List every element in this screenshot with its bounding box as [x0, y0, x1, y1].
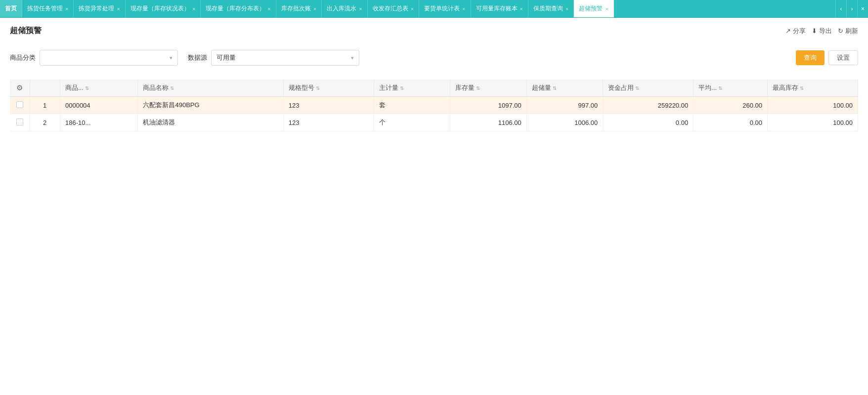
row-over: 1006.00: [526, 114, 603, 131]
nav-tab-label: 拣货异常处理: [79, 4, 114, 13]
nav-tab-tab-8[interactable]: 要货单统计表×: [419, 0, 471, 17]
refresh-icon: ↻: [838, 27, 843, 35]
nav-tab-close-icon[interactable]: ×: [117, 6, 120, 12]
nav-tab-close-icon[interactable]: ×: [565, 6, 568, 12]
row-index: 1: [30, 97, 60, 114]
row-capital: 259220.00: [603, 97, 694, 114]
page-header: 超储预警 ↗ 分享 ⬇ 导出 ↻ 刷新: [10, 26, 858, 36]
th-capital[interactable]: 资金占用⇅: [603, 79, 694, 97]
th-code[interactable]: 商品...⇅: [60, 79, 137, 97]
category-label: 商品分类: [10, 53, 36, 62]
th-unit[interactable]: 主计量⇅: [374, 79, 450, 97]
nav-tab-tab-4[interactable]: 现存量（库存分布表）×: [201, 0, 276, 17]
nav-tab-label: 出入库流水: [327, 4, 356, 13]
nav-tab-tab-2[interactable]: 拣货异常处理×: [74, 0, 125, 17]
share-icon: ↗: [785, 27, 791, 35]
nav-tab-close-icon[interactable]: ×: [192, 6, 195, 12]
row-checkbox[interactable]: [16, 118, 23, 125]
export-label: 导出: [819, 27, 832, 36]
category-select[interactable]: ▾: [40, 50, 178, 66]
nav-tab-label: 可用量库存账本: [476, 4, 518, 13]
sort-icon-name: ⇅: [170, 85, 174, 91]
sort-icon-capital: ⇅: [635, 85, 639, 91]
nav-tab-close-icon[interactable]: ×: [267, 6, 270, 12]
nav-next-arrow[interactable]: ›: [846, 0, 857, 18]
row-avg: 260.00: [694, 97, 768, 114]
th-max[interactable]: 最高库存⇅: [768, 79, 858, 97]
row-stock: 1097.00: [450, 97, 527, 114]
nav-tab-label: 超储预警: [579, 4, 603, 13]
row-checkbox[interactable]: [16, 101, 23, 108]
filter-datasource: 数据源 可用量 ▾: [188, 50, 359, 66]
datasource-select[interactable]: 可用量 ▾: [211, 50, 359, 66]
filter-category: 商品分类 ▾: [10, 50, 178, 66]
datasource-chevron-icon: ▾: [351, 55, 354, 61]
table-row: 2186-10...机油滤清器123个1106.001006.000.000.0…: [10, 114, 858, 131]
nav-tab-label: 保质期查询: [533, 4, 563, 13]
nav-tab-close-icon[interactable]: ×: [520, 6, 523, 12]
th-spec[interactable]: 规格型号⇅: [283, 79, 374, 97]
nav-tab-close-icon[interactable]: ×: [65, 6, 68, 12]
th-index: [30, 79, 60, 97]
row-checkbox-cell[interactable]: [10, 114, 30, 131]
table-header: ⚙ 商品...⇅ 商品名称⇅ 规格型号⇅ 主计量⇅ 库存量⇅ 超储量⇅ 资金占用…: [10, 79, 858, 97]
filter-actions: 查询 设置: [796, 50, 858, 65]
nav-arrows: ‹ › ×: [835, 0, 868, 18]
row-avg: 0.00: [694, 114, 768, 131]
export-button[interactable]: ⬇ 导出: [812, 27, 832, 36]
nav-home[interactable]: 首页: [0, 0, 22, 17]
nav-tab-close-icon[interactable]: ×: [462, 6, 465, 12]
nav-close-arrow[interactable]: ×: [857, 0, 868, 18]
settings-button[interactable]: 设置: [828, 50, 858, 65]
row-name: 六配套新昌490BPG: [138, 97, 283, 114]
header-actions: ↗ 分享 ⬇ 导出 ↻ 刷新: [785, 27, 858, 36]
row-spec: 123: [283, 97, 374, 114]
th-avg[interactable]: 平均...⇅: [694, 79, 768, 97]
row-max: 100.00: [768, 97, 858, 114]
nav-tab-close-icon[interactable]: ×: [411, 6, 414, 12]
share-button[interactable]: ↗ 分享: [785, 27, 806, 36]
row-stock: 1106.00: [450, 114, 527, 131]
nav-tab-tab-11[interactable]: 超储预警×: [574, 0, 613, 17]
nav-tab-close-icon[interactable]: ×: [359, 6, 362, 12]
nav-home-label: 首页: [5, 4, 17, 13]
nav-tab-tab-1[interactable]: 拣货任务管理×: [22, 0, 74, 17]
category-chevron-icon: ▾: [170, 55, 173, 61]
nav-tab-tab-10[interactable]: 保质期查询×: [528, 0, 574, 17]
nav-prev-arrow[interactable]: ‹: [835, 0, 846, 18]
top-navigation: 首页 拣货任务管理×拣货异常处理×现存量（库存状况表）×现存量（库存分布表）×库…: [0, 0, 868, 18]
row-code: 0000004: [60, 97, 137, 114]
refresh-button[interactable]: ↻ 刷新: [838, 27, 858, 36]
datasource-select-value: 可用量: [217, 53, 236, 62]
row-spec: 123: [283, 114, 374, 131]
nav-tab-label: 库存批次账: [281, 4, 311, 13]
nav-tab-tab-9[interactable]: 可用量库存账本×: [471, 0, 528, 17]
row-unit: 套: [374, 97, 450, 114]
query-button[interactable]: 查询: [796, 50, 825, 65]
nav-tab-tab-3[interactable]: 现存量（库存状况表）×: [126, 0, 201, 17]
nav-tab-tab-6[interactable]: 出入库流水×: [322, 0, 367, 17]
nav-tab-tab-5[interactable]: 库存批次账×: [276, 0, 322, 17]
share-label: 分享: [793, 27, 806, 36]
nav-tab-close-icon[interactable]: ×: [605, 6, 608, 12]
page-title: 超储预警: [10, 26, 42, 36]
th-settings[interactable]: ⚙: [10, 79, 30, 97]
sort-icon-avg: ⇅: [718, 85, 722, 91]
row-index: 2: [30, 114, 60, 131]
nav-tab-close-icon[interactable]: ×: [313, 6, 316, 12]
row-unit: 个: [374, 114, 450, 131]
sort-icon-unit: ⇅: [400, 85, 404, 91]
settings-gear-icon[interactable]: ⚙: [16, 83, 23, 92]
sort-icon-code: ⇅: [85, 85, 89, 91]
page-content: 超储预警 ↗ 分享 ⬇ 导出 ↻ 刷新 商品分类 ▾ 数据源: [0, 18, 868, 139]
row-max: 100.00: [768, 114, 858, 131]
data-table: ⚙ 商品...⇅ 商品名称⇅ 规格型号⇅ 主计量⇅ 库存量⇅ 超储量⇅ 资金占用…: [10, 79, 858, 131]
table-row: 10000004六配套新昌490BPG123套1097.00997.002592…: [10, 97, 858, 114]
th-stock[interactable]: 库存量⇅: [450, 79, 527, 97]
nav-tab-label: 要货单统计表: [424, 4, 460, 13]
th-name[interactable]: 商品名称⇅: [138, 79, 283, 97]
th-over[interactable]: 超储量⇅: [526, 79, 603, 97]
row-checkbox-cell[interactable]: [10, 97, 30, 114]
nav-tab-label: 收发存汇总表: [373, 4, 408, 13]
nav-tab-tab-7[interactable]: 收发存汇总表×: [368, 0, 419, 17]
